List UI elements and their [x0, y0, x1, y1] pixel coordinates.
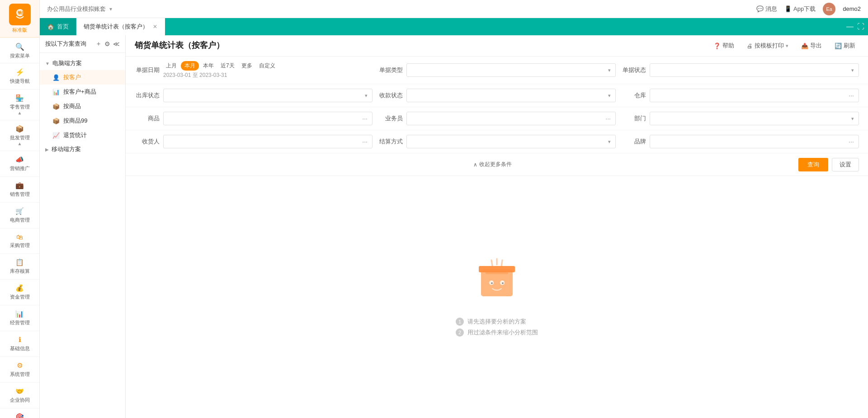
add-plan-button[interactable]: ＋	[95, 40, 102, 48]
app-logo: 畅捷 标准版	[0, 0, 39, 38]
retail-label: 零售管理	[10, 104, 30, 110]
plan-by-customer[interactable]: 👤 按客户	[40, 70, 125, 85]
sidebar-item-ecommerce[interactable]: 🛒 电商管理	[0, 203, 39, 228]
plan-by-goods[interactable]: 📦 按商品	[40, 99, 125, 114]
query-button[interactable]: 查询	[798, 158, 828, 171]
date-btn-7days[interactable]: 近7天	[218, 61, 237, 71]
desktop-section-header[interactable]: ▼ 电脑端方案	[40, 57, 125, 70]
hint-num-1: 1	[456, 318, 464, 326]
sidebar-item-wholesale[interactable]: 📦 批发管理 ▲	[0, 120, 39, 151]
date-btn-last-month[interactable]: 上月	[163, 61, 179, 71]
brand-input[interactable]: ···	[650, 135, 859, 148]
warehouse-input[interactable]: ···	[650, 89, 859, 102]
dept-input[interactable]: ▾	[650, 112, 859, 125]
by-customer-label: 按客户	[63, 73, 81, 81]
salesperson-input[interactable]: ···	[406, 112, 616, 125]
sidebar-item-operation[interactable]: 📊 经营管理	[0, 305, 39, 331]
sidebar-item-system[interactable]: ⚙ 系统管理	[0, 357, 39, 383]
message-label: 消息	[765, 5, 777, 13]
mobile-section-header[interactable]: ▶ 移动端方案	[40, 142, 125, 156]
sidebar-item-search-menu[interactable]: 🔍 搜索菜单	[0, 38, 39, 63]
sidebar-item-finance[interactable]: 💰 资金管理	[0, 280, 39, 305]
content-area: 按以下方案查询 ＋ ⚙ ≪ ▼ 电脑端方案 👤 按客户	[40, 35, 868, 418]
svg-line-2	[491, 260, 492, 266]
sales-label: 销售管理	[10, 191, 30, 198]
by-goods-label: 按商品	[63, 102, 81, 110]
tab-home[interactable]: 🏠 首页	[40, 18, 76, 35]
sidebar-item-marketing[interactable]: 📣 营销推广	[0, 151, 39, 177]
payment-status-input[interactable]: ▾	[406, 89, 616, 102]
out-status-input[interactable]: ▾	[163, 89, 373, 102]
sidebar-item-retail[interactable]: 🏪 零售管理 ▲	[0, 90, 39, 120]
goods-input[interactable]: ···	[163, 112, 373, 125]
sidebar-item-purchase[interactable]: 🛍 采购管理	[0, 228, 39, 254]
print-template-button[interactable]: 🖨 按模板打印 ▾	[743, 40, 792, 52]
settings-button[interactable]: 设置	[832, 158, 859, 171]
header-right: 💬 消息 📱 App下载 Ea demo2	[756, 3, 861, 15]
user-name[interactable]: demo2	[843, 5, 861, 12]
collapse-button[interactable]: ∧ 收起更多条件	[470, 157, 515, 172]
svg-rect-6	[479, 266, 515, 272]
left-panel-actions: ＋ ⚙ ≪	[95, 40, 120, 48]
date-btn-this-month[interactable]: 本月	[181, 61, 199, 71]
export-button[interactable]: 📤 导出	[797, 40, 826, 52]
help-button[interactable]: ❓ 帮助	[710, 40, 738, 52]
system-label: 系统管理	[10, 371, 30, 378]
sidebar-item-quick-nav[interactable]: ⚡ 快捷导航	[0, 63, 39, 90]
filter-type-cell: 单据类型 ▾	[378, 63, 616, 77]
breadcrumb-dropdown[interactable]: ▾	[109, 6, 112, 12]
app-download-button[interactable]: 📱 App下载	[784, 5, 816, 13]
filter-out-status-cell: 出库状态 ▾	[135, 89, 373, 102]
filter-row-3: 商品 ··· 业务员 ··· 部门	[126, 107, 868, 130]
plan-by-goods99[interactable]: 📦 按商品99	[40, 114, 125, 128]
out-status-dropdown-icon: ▾	[365, 93, 368, 99]
collapse-panel-button[interactable]: ≪	[113, 40, 120, 48]
filter-payment-status-cell: 收款状态 ▾	[378, 89, 616, 102]
marketing-label: 营销推广	[10, 165, 30, 172]
plan-customer-goods[interactable]: 📊 按客户+商品	[40, 85, 125, 99]
tab-actions: — ⛶	[843, 18, 868, 35]
empty-hints: 1 请先选择要分析的方案 2 用过滤条件来缩小分析范围	[456, 318, 538, 337]
mobile-arrow: ▶	[45, 147, 49, 152]
date-btn-custom[interactable]: 自定义	[256, 61, 278, 71]
plan-return-stats[interactable]: 📈 退货统计	[40, 128, 125, 142]
sidebar-item-sales[interactable]: 💼 销售管理	[0, 177, 39, 203]
tab-bar: 🏠 首页 销货单统计表（按客户） ✕ — ⛶	[40, 18, 868, 35]
empty-illustration	[470, 258, 524, 312]
collapse-row: ∧ 收起更多条件 查询 设置	[126, 153, 868, 176]
settings-plan-button[interactable]: ⚙	[104, 40, 110, 48]
sidebar: 畅捷 标准版 🔍 搜索菜单 ⚡ 快捷导航 🏪 零售管理 ▲ 📦 批发管理 ▲ 📣…	[0, 0, 40, 418]
avatar[interactable]: Ea	[823, 3, 835, 15]
filter-row-2: 出库状态 ▾ 收款状态 ▾ 仓库	[126, 84, 868, 107]
goods-dots: ···	[362, 115, 368, 122]
message-button[interactable]: 💬 消息	[756, 5, 777, 13]
tab-close-button[interactable]: ✕	[153, 24, 157, 30]
sidebar-item-enterprise[interactable]: 🤝 企业协同	[0, 383, 39, 408]
collapse-up-icon: ∧	[473, 162, 477, 168]
tab-maximize-button[interactable]: ⛶	[857, 23, 864, 31]
type-input[interactable]: ▾	[406, 63, 616, 77]
goods-label: 商品	[135, 114, 160, 123]
sidebar-item-newbie[interactable]: 🎯 新手引导	[0, 408, 39, 418]
svg-point-10	[491, 282, 493, 284]
desktop-section-label: 电脑端方案	[52, 59, 82, 67]
status-input[interactable]: ▾	[650, 63, 859, 77]
tab-minimize-button[interactable]: —	[846, 23, 854, 31]
receiver-input[interactable]: ···	[163, 135, 373, 148]
sidebar-item-basics[interactable]: ℹ 基础信息	[0, 331, 39, 357]
salesperson-label: 业务员	[378, 114, 403, 123]
refresh-button[interactable]: 🔄 刷新	[831, 40, 859, 52]
wholesale-label: 批发管理	[10, 134, 30, 141]
hint-num-2: 2	[456, 328, 464, 337]
sidebar-item-inventory[interactable]: 📋 库存核算	[0, 254, 39, 280]
date-quick-row: 上月 本月 本年 近7天 更多 自定义	[163, 61, 373, 71]
date-btn-this-year[interactable]: 本年	[200, 61, 217, 71]
filter-date-cell: 单据日期 上月 本月 本年 近7天 更多 自定义 2023-03-01 至 20…	[135, 61, 373, 79]
empty-hint-2: 2 用过滤条件来缩小分析范围	[456, 328, 538, 337]
right-main: 销货单统计表（按客户） ❓ 帮助 🖨 按模板打印 ▾ 📤 导出	[126, 35, 868, 418]
date-btn-more[interactable]: 更多	[239, 61, 255, 71]
tab-sales-stats[interactable]: 销货单统计表（按客户） ✕	[76, 18, 165, 35]
main-area: 办公用品行业模拟账套 ▾ 💬 消息 📱 App下载 Ea demo2 🏠 首页 …	[40, 0, 868, 418]
payment-method-input[interactable]: ▾	[406, 135, 616, 148]
empty-hint-1: 1 请先选择要分析的方案	[456, 318, 538, 326]
